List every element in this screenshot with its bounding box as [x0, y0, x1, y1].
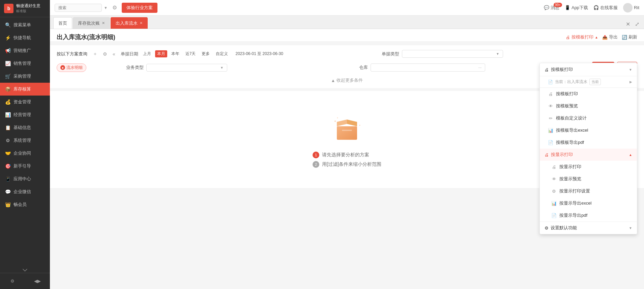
- sidebar-item-purchase[interactable]: 🛒 采购管理: [0, 70, 50, 83]
- filter-settings-icon[interactable]: ⚙: [103, 51, 107, 57]
- sidebar-item-apps[interactable]: 📱 应用中心: [0, 173, 50, 185]
- date-this-year[interactable]: 本年: [169, 50, 181, 57]
- topbar: ▼ ⚙ 体验行业方案 💬 消息 99+ 📱 App下载 🎧 在线客服: [50, 0, 644, 16]
- date-7days[interactable]: 近7天: [183, 50, 198, 57]
- dropdown-template-design[interactable]: ✏ 模板自定义设计: [540, 112, 637, 124]
- dropdown-header-chevron: ▼: [629, 68, 632, 72]
- sidebar-item-marketing[interactable]: 📢 营销推广: [0, 44, 50, 57]
- dropdown-display-pdf[interactable]: 📄 按显示导出pdf: [540, 209, 637, 221]
- sidebar-item-basic[interactable]: 📋 基础信息: [0, 121, 50, 134]
- page-content: 出入库流水(流水明细) 🖨 按模板打印 ▲ 📤 导出 🔄: [50, 29, 644, 289]
- doc-type-select[interactable]: ▼: [402, 50, 503, 58]
- template-pdf-icon: 📄: [548, 140, 553, 145]
- sidebar-bottom: ⚙ ◀▶: [0, 273, 50, 289]
- system-icon: ⚙: [5, 137, 11, 143]
- sidebar-item-inventory[interactable]: 📦 库存核算: [0, 83, 50, 96]
- tab-expand-btn[interactable]: ⤢: [634, 20, 641, 29]
- display-excel-icon: 📊: [551, 201, 557, 206]
- member-icon: 👑: [5, 202, 11, 208]
- sidebar-item-collab[interactable]: 🤝 企业协同: [0, 147, 50, 160]
- sidebar-item-guide[interactable]: 🎯 新手引导: [0, 160, 50, 173]
- dropdown-template-pdf[interactable]: 📄 按模板导出pdf: [540, 136, 637, 149]
- svg-rect-1: [342, 130, 352, 131]
- collapse-sidebar-btn[interactable]: ◀▶: [25, 276, 50, 286]
- dropdown-footer[interactable]: ⚙ 设置默认功能 ▼: [540, 221, 637, 234]
- business-type-arrow-icon: ▼: [220, 66, 224, 70]
- sidebar-item-search[interactable]: 🔍 搜索菜单: [0, 19, 50, 31]
- footer-chevron: ▼: [629, 226, 632, 230]
- date-this-month[interactable]: 本月: [155, 50, 167, 57]
- display-pdf-icon: 📄: [551, 213, 557, 218]
- display-print-section-icon: 🖨: [545, 152, 549, 157]
- sidebar-item-system[interactable]: ⚙ 系统管理: [0, 134, 50, 147]
- message-icon: 💬: [544, 5, 549, 10]
- sidebar: b 畅捷通好生意 标准版 🔍 搜索菜单 ⚡ 快捷导航 📢 营销推广 📈: [0, 0, 50, 289]
- operations-icon: 📊: [5, 112, 11, 118]
- tab-flow[interactable]: 出入库流水 ✕: [111, 17, 148, 29]
- tab-batch-close[interactable]: ✕: [102, 21, 105, 25]
- sidebar-item-operations[interactable]: 📊 经营管理: [0, 108, 50, 121]
- tab-flow-close[interactable]: ✕: [140, 21, 143, 25]
- dropdown-template-print[interactable]: 🖨 按模板打印: [540, 88, 637, 100]
- display-print-section[interactable]: 🖨 按显示打印 ▲: [540, 149, 637, 161]
- print-header-icon: 🖨: [545, 67, 549, 72]
- purchase-icon: 🛒: [5, 73, 11, 79]
- empty-illustration: [330, 111, 364, 145]
- step-1-num: 1: [313, 152, 319, 158]
- tab-batch[interactable]: 库存批次账 ✕: [73, 17, 110, 29]
- search-input[interactable]: [55, 4, 102, 12]
- dropdown-header[interactable]: 🖨 按模板打印 ▼: [540, 63, 637, 76]
- warehouse-label: 仓库: [359, 64, 368, 71]
- print-chevron-icon: ▲: [595, 35, 598, 39]
- user-avatar[interactable]: Rit: [623, 3, 639, 12]
- display-preview-icon: 👁: [551, 176, 557, 182]
- export-btn[interactable]: 📤 导出: [602, 34, 618, 40]
- template-print-icon: 🖨: [548, 91, 553, 97]
- dropdown-display-settings[interactable]: ⚙ 按显示打印设置: [540, 185, 637, 197]
- tabbar: 首页 库存批次账 ✕ 出入库流水 ✕ ✕ ⤢: [50, 16, 644, 29]
- print-template-btn[interactable]: 🖨 按模板打印 ▲: [566, 34, 598, 40]
- topbar-right-area: 💬 消息 99+ 📱 App下载 🎧 在线客服 Rit: [544, 3, 639, 12]
- filter-add-btn[interactable]: ＋: [93, 51, 97, 57]
- sidebar-scroll-down[interactable]: [0, 267, 50, 273]
- guide-icon: 🎯: [5, 163, 11, 169]
- online-service-button[interactable]: 🎧 在线客服: [593, 5, 618, 11]
- sidebar-item-member[interactable]: 👑 畅会员: [0, 198, 50, 211]
- business-type-select[interactable]: ▼: [146, 64, 227, 72]
- sidebar-item-finance[interactable]: 💰 资金管理: [0, 96, 50, 108]
- warehouse-input[interactable]: ···: [371, 63, 485, 72]
- service-icon: 🎧: [593, 5, 599, 10]
- filter-tag-area: ● 流水明细: [57, 63, 121, 72]
- topbar-gear-icon[interactable]: ⚙: [111, 3, 118, 12]
- current-template-row[interactable]: 📄 当前：出入库流水 当前 ▶: [540, 76, 637, 88]
- dropdown-template-preview[interactable]: 👁 按模板预览: [540, 100, 637, 112]
- sidebar-item-sales[interactable]: 📈 销售管理: [0, 57, 50, 70]
- dropdown-display-print[interactable]: 🖨 按显示打印: [540, 161, 637, 173]
- template-excel-icon: 📊: [548, 128, 553, 133]
- page-actions: 🖨 按模板打印 ▲ 📤 导出 🔄 刷新: [566, 34, 637, 40]
- date-filter-label: 单据日期: [121, 51, 138, 57]
- flow-detail-tag: ● 流水明细: [57, 63, 86, 72]
- date-last-month[interactable]: 上月: [141, 50, 153, 57]
- sidebar-item-quicknav[interactable]: ⚡ 快捷导航: [0, 31, 50, 44]
- search-dropdown-arrow[interactable]: ▼: [104, 6, 108, 10]
- app-download-button[interactable]: 📱 App下载: [565, 5, 588, 11]
- svg-rect-0: [337, 126, 357, 140]
- avatar: [623, 3, 633, 12]
- dropdown-display-preview[interactable]: 👁 按显示预览: [540, 173, 637, 185]
- date-custom[interactable]: 自定义: [214, 50, 230, 57]
- tab-close-all-btn[interactable]: ✕: [624, 20, 632, 29]
- message-button[interactable]: 💬 消息 99+: [544, 5, 559, 11]
- refresh-btn[interactable]: 🔄 刷新: [622, 34, 637, 40]
- dropdown-template-excel[interactable]: 📊 按模板导出excel: [540, 124, 637, 136]
- logo-text: 畅捷通好生意 标准版: [16, 3, 40, 14]
- tab-home[interactable]: 首页: [53, 17, 72, 29]
- empty-step-2: 2 用[过滤]条件来缩小分析范围: [313, 161, 381, 168]
- filter-collapse-icon[interactable]: «: [113, 51, 115, 57]
- chevron-up-icon: ▲: [331, 78, 335, 83]
- sidebar-item-wechat[interactable]: 💬 企业微信: [0, 185, 50, 198]
- date-more[interactable]: 更多: [200, 50, 212, 57]
- trial-button[interactable]: 体验行业方案: [122, 3, 157, 13]
- settings-bottom-btn[interactable]: ⚙: [0, 276, 25, 286]
- dropdown-display-excel[interactable]: 📊 按显示导出excel: [540, 197, 637, 209]
